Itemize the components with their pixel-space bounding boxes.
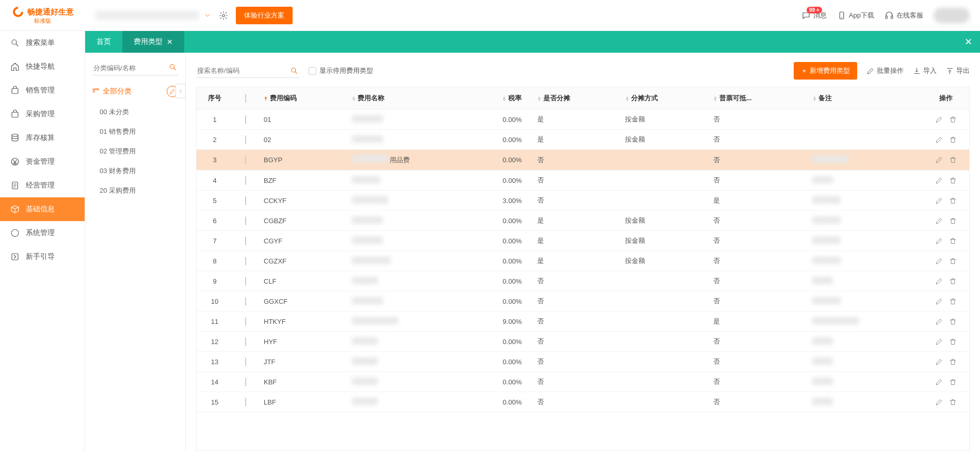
show-disabled-checkbox[interactable]: 显示停用费用类型 [309, 66, 373, 75]
col-checkbox[interactable] [233, 87, 259, 110]
delete-row-icon[interactable] [949, 156, 957, 164]
col-method[interactable]: 分摊方式 [620, 87, 708, 110]
settings-icon[interactable] [219, 11, 228, 20]
delete-row-icon[interactable] [949, 177, 957, 184]
row-checkbox[interactable] [245, 196, 246, 205]
category-header[interactable]: 全部分类 [85, 79, 185, 102]
row-checkbox[interactable] [245, 277, 246, 286]
edit-row-icon[interactable] [935, 177, 943, 184]
add-expense-type-button[interactable]: ＋ 新增费用类型 [794, 62, 857, 80]
row-checkbox[interactable] [245, 357, 246, 366]
delete-row-icon[interactable] [949, 257, 957, 265]
table-row[interactable]: 13 JTF 0.00% 否 否 [197, 352, 969, 372]
category-item[interactable]: 00 未分类 [100, 102, 185, 122]
table-row[interactable]: 8 CGZXF 0.00% 是 按金额 否 [197, 251, 969, 271]
sidebar-item-system[interactable]: 系统管理 [0, 221, 85, 245]
table-row[interactable]: 4 BZF 0.00% 否 否 [197, 170, 969, 191]
category-search-input[interactable] [92, 61, 178, 75]
table-wrap[interactable]: 序号 费用编码 费用名称 税率 是否分摊 分摊方式 普票可抵... 备注 操作 [196, 87, 970, 451]
row-checkbox[interactable] [245, 115, 246, 124]
company-selector[interactable] [95, 11, 211, 20]
row-checkbox[interactable] [245, 378, 246, 386]
table-row[interactable]: 9 CLF 0.00% 否 否 [197, 271, 969, 291]
col-remark[interactable]: 备注 [807, 87, 923, 110]
message-button[interactable]: 99 + 消息 [801, 11, 827, 20]
row-checkbox[interactable] [245, 237, 246, 245]
row-checkbox[interactable] [245, 135, 246, 144]
table-row[interactable]: 1 01 0.00% 是 按金额 否 [197, 110, 969, 130]
sidebar-item-funds[interactable]: 资金管理 [0, 150, 85, 174]
avatar[interactable] [934, 8, 970, 23]
delete-row-icon[interactable] [949, 298, 957, 305]
col-allocate[interactable]: 是否分摊 [532, 87, 620, 110]
table-row[interactable]: 5 CCKYF 3.00% 否 是 [197, 191, 969, 211]
row-checkbox[interactable] [245, 297, 246, 306]
col-code[interactable]: 费用编码 [259, 87, 347, 110]
sidebar-item-business[interactable]: 经营管理 [0, 174, 85, 197]
category-item[interactable]: 01 销售费用 [100, 122, 185, 142]
edit-row-icon[interactable] [935, 318, 943, 325]
edit-row-icon[interactable] [935, 136, 943, 144]
sidebar-item-purchase[interactable]: 采购管理 [0, 102, 85, 126]
edit-row-icon[interactable] [935, 237, 943, 245]
col-name[interactable]: 费用名称 [347, 87, 486, 110]
category-item[interactable]: 03 财务费用 [100, 161, 185, 181]
sidebar-item-sales[interactable]: 销售管理 [0, 79, 85, 102]
sidebar-item-base[interactable]: 基础信息 [0, 197, 85, 221]
app-download-button[interactable]: App下载 [837, 11, 874, 20]
delete-row-icon[interactable] [949, 398, 957, 406]
edit-row-icon[interactable] [935, 398, 943, 406]
table-row[interactable]: 2 02 0.00% 是 按金额 否 [197, 130, 969, 150]
edit-row-icon[interactable] [935, 197, 943, 205]
category-item[interactable]: 02 管理费用 [100, 142, 185, 161]
table-search-input[interactable] [196, 64, 299, 78]
search-icon[interactable] [169, 63, 177, 71]
delete-row-icon[interactable] [949, 338, 957, 346]
delete-row-icon[interactable] [949, 378, 957, 386]
table-row[interactable]: 11 HTKYF 9.00% 否 是 [197, 312, 969, 332]
row-checkbox[interactable] [245, 337, 246, 346]
delete-row-icon[interactable] [949, 197, 957, 205]
search-icon[interactable] [290, 67, 298, 75]
delete-row-icon[interactable] [949, 237, 957, 245]
collapse-handle[interactable] [175, 84, 186, 98]
edit-row-icon[interactable] [935, 298, 943, 305]
sidebar-item-inventory[interactable]: 库存核算 [0, 126, 85, 150]
sidebar-item-guide[interactable]: 新手引导 [0, 245, 85, 269]
delete-row-icon[interactable] [949, 318, 957, 325]
close-all-tabs-icon[interactable]: ✕ [957, 36, 980, 48]
sidebar-item-quick[interactable]: 快捷导航 [0, 55, 85, 79]
row-checkbox[interactable] [245, 257, 246, 266]
delete-row-icon[interactable] [949, 116, 957, 123]
row-checkbox[interactable] [245, 176, 246, 185]
delete-row-icon[interactable] [949, 358, 957, 366]
tab-expense-type[interactable]: 费用类型 ✕ [122, 31, 184, 53]
col-deduct[interactable]: 普票可抵... [708, 87, 808, 110]
table-row[interactable]: 6 CGBZF 0.00% 是 按金额 否 [197, 211, 969, 231]
table-row[interactable]: 10 GGXCF 0.00% 否 否 [197, 291, 969, 312]
delete-row-icon[interactable] [949, 277, 957, 285]
edit-row-icon[interactable] [935, 156, 943, 164]
delete-row-icon[interactable] [949, 136, 957, 144]
tab-home[interactable]: 首页 [85, 31, 122, 53]
category-item[interactable]: 20 采购费用 [100, 181, 185, 200]
tab-close-icon[interactable]: ✕ [167, 38, 173, 46]
edit-row-icon[interactable] [935, 338, 943, 346]
table-row[interactable]: 15 LBF 0.00% 否 否 [197, 392, 969, 412]
edit-row-icon[interactable] [935, 217, 943, 225]
edit-row-icon[interactable] [935, 277, 943, 285]
edit-row-icon[interactable] [935, 257, 943, 265]
import-button[interactable]: 导入 [913, 66, 937, 75]
checkbox-icon[interactable] [309, 67, 316, 75]
row-checkbox[interactable] [245, 317, 246, 326]
table-row[interactable]: 3 BGYP 用品费 0.00% 否 否 [197, 150, 969, 170]
col-rate[interactable]: 税率 [486, 87, 532, 110]
edit-row-icon[interactable] [935, 116, 943, 123]
online-service-button[interactable]: 在线客服 [885, 11, 923, 20]
sidebar-item-search[interactable]: 搜索菜单 [0, 31, 85, 55]
table-row[interactable]: 14 KBF 0.00% 否 否 [197, 372, 969, 392]
edit-row-icon[interactable] [935, 378, 943, 386]
select-all-checkbox[interactable] [245, 94, 246, 103]
edit-row-icon[interactable] [935, 358, 943, 366]
batch-operation-button[interactable]: 批量操作 [866, 66, 904, 75]
